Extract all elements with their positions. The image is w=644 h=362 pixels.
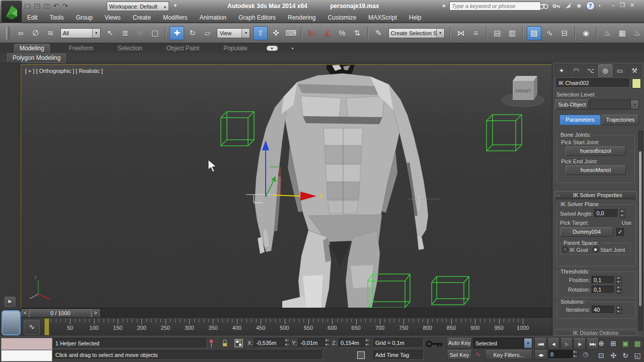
y-coordinate-field[interactable]: -0,01m: [298, 338, 328, 348]
go-to-start-button[interactable]: |◀◀: [534, 338, 546, 350]
ribbon-tab-freeform[interactable]: Freeform: [64, 44, 99, 53]
select-and-link-icon[interactable]: ∞: [14, 27, 28, 40]
tab-motion[interactable]: ◎: [598, 64, 612, 76]
workspace-select[interactable]: Workspace: Default: [107, 2, 169, 11]
ribbon-tab-object-paint[interactable]: Object Paint: [162, 44, 204, 53]
x-spinner[interactable]: [284, 338, 290, 347]
iterations-spinner[interactable]: [616, 306, 622, 314]
rotation-spinner[interactable]: [616, 286, 622, 294]
ribbon-tab-modeling[interactable]: Modeling: [14, 44, 50, 53]
rotation-threshold-field[interactable]: 0,1: [592, 286, 615, 294]
prompt-pin-icon[interactable]: [208, 339, 215, 348]
dependency-icon[interactable]: [357, 351, 365, 359]
use-target-checkbox[interactable]: ✓: [616, 228, 624, 236]
zoom-region-icon[interactable]: ⊡: [596, 350, 607, 361]
ribbon-tab-selection[interactable]: Selection: [112, 44, 147, 53]
ribbon-minimize-flyout-icon[interactable]: ▾: [292, 46, 294, 51]
rendered-frame-icon[interactable]: ▦: [616, 27, 629, 40]
search-communities-icon[interactable]: [539, 3, 548, 10]
selection-region-circle-icon[interactable]: ◌: [133, 27, 147, 40]
position-spinner[interactable]: [616, 276, 622, 284]
search-expand-icon[interactable]: ▶: [443, 3, 446, 8]
menu-help[interactable]: Help: [409, 14, 422, 21]
close-button[interactable]: ✕: [630, 2, 634, 9]
zoom-all-icon[interactable]: ⊞: [608, 338, 619, 349]
add-time-tag-field[interactable]: Add Time Tag: [373, 350, 424, 360]
pan-icon[interactable]: ✣: [608, 350, 619, 361]
app-logo-button[interactable]: [1, 1, 22, 23]
z-spinner[interactable]: [365, 338, 370, 347]
key-filter-scope-select[interactable]: Selected: [473, 338, 532, 348]
current-frame-marker[interactable]: [44, 318, 49, 335]
new-scene-button[interactable]: ▢: [24, 2, 31, 10]
time-configuration-icon[interactable]: ◷: [581, 350, 591, 359]
tab-modify[interactable]: ◠: [569, 64, 583, 76]
object-name-field[interactable]: [556, 78, 630, 87]
ik-goal-radio[interactable]: [562, 246, 568, 252]
menu-create[interactable]: Create: [133, 14, 151, 21]
polygon-modeling-tab[interactable]: Polygon Modeling: [7, 53, 66, 63]
tab-hierarchy[interactable]: ⌥: [584, 64, 598, 76]
render-setup-icon[interactable]: ♨: [601, 27, 614, 40]
layout-expand-button[interactable]: ▶: [5, 297, 16, 307]
snaps-toggle-icon[interactable]: 3∩: [305, 27, 319, 40]
menu-animation[interactable]: Animation: [200, 14, 226, 21]
default-tangent-icon[interactable]: ∿: [473, 350, 483, 359]
zoom-extents-icon[interactable]: ▣: [620, 338, 631, 349]
viewport-label[interactable]: [ + ] [ Orthographic ] [ Realistic ]: [25, 68, 103, 74]
menu-views[interactable]: Views: [105, 14, 121, 21]
trajectories-tab[interactable]: Trajectories: [602, 115, 639, 125]
view-cube[interactable]: FRONT: [502, 76, 544, 107]
selection-region-rect-icon[interactable]: ▢: [148, 27, 162, 40]
object-color-swatch[interactable]: [632, 78, 641, 88]
sub-object-level-select[interactable]: [590, 100, 639, 110]
select-object-icon[interactable]: ↖: [104, 27, 117, 40]
key-filters-button[interactable]: Key Filters...: [485, 350, 532, 360]
time-slider-handle[interactable]: 0 / 1000: [29, 309, 92, 318]
pick-target-button[interactable]: Dummy004: [560, 227, 613, 237]
select-by-name-icon[interactable]: ≣: [119, 27, 132, 40]
communication-center-icon[interactable]: [565, 3, 572, 10]
percent-snap-icon[interactable]: %: [336, 27, 349, 40]
absolute-mode-icon[interactable]: [234, 339, 243, 347]
auto-key-button[interactable]: Auto Key: [447, 338, 472, 348]
sub-object-button[interactable]: Sub-Object: [555, 100, 589, 110]
search-input[interactable]: [449, 2, 541, 11]
mini-curve-editor-button[interactable]: ∿: [24, 320, 40, 335]
help-icon[interactable]: ?: [586, 2, 595, 10]
spinner-snap-icon[interactable]: ⇅: [350, 27, 364, 40]
parameters-tab[interactable]: Parameters: [559, 115, 601, 125]
tab-utilities[interactable]: ⚒: [627, 64, 641, 76]
selection-lock-icon[interactable]: [221, 339, 228, 347]
viewport[interactable]: [ + ] [ Orthographic ] [ Realistic ]: [21, 64, 553, 308]
previous-frame-button[interactable]: ◀|: [547, 338, 559, 350]
tab-display[interactable]: ▭: [613, 64, 627, 76]
ik-display-options-rollout[interactable]: IK Display Options: [555, 329, 636, 335]
zoom-icon[interactable]: ⊕: [596, 338, 607, 349]
tab-create[interactable]: ✦: [554, 64, 569, 76]
select-and-manipulate-icon[interactable]: ✜: [269, 27, 283, 40]
scrollbar-thumb[interactable]: [639, 151, 641, 306]
maximize-viewport-icon[interactable]: ◱: [632, 350, 643, 361]
license-key-icon[interactable]: [552, 3, 560, 10]
iterations-field[interactable]: 40: [592, 306, 615, 314]
curve-editor-icon[interactable]: ∿: [543, 27, 556, 40]
maxscript-mini-listener-pink[interactable]: [1, 338, 52, 350]
select-and-move-icon[interactable]: ✚: [170, 26, 184, 40]
toggle-ribbon-icon[interactable]: ▥: [506, 27, 519, 40]
viewport-layout-tab[interactable]: [0, 309, 22, 336]
set-key-button[interactable]: Set Key: [447, 350, 472, 360]
selection-set-select[interactable]: Create Selection Set: [388, 28, 445, 38]
ribbon-tab-populate[interactable]: Populate: [218, 44, 252, 53]
minimize-button[interactable]: –: [612, 2, 615, 9]
ik-solver-properties-rollout[interactable]: - IK Solver Properties: [555, 191, 636, 199]
angle-snap-icon[interactable]: ∡: [320, 27, 334, 40]
selection-filter-select[interactable]: All: [60, 28, 101, 38]
unlink-selection-icon[interactable]: ∅: [29, 27, 42, 40]
frame-spinner[interactable]: [573, 350, 578, 358]
y-spinner[interactable]: [325, 338, 330, 347]
select-and-rotate-icon[interactable]: ↻: [186, 27, 199, 40]
undo-button[interactable]: ↶: [53, 2, 59, 10]
use-pivot-center-icon[interactable]: ⇧: [253, 26, 268, 40]
toolbar-grip[interactable]: [6, 27, 10, 40]
